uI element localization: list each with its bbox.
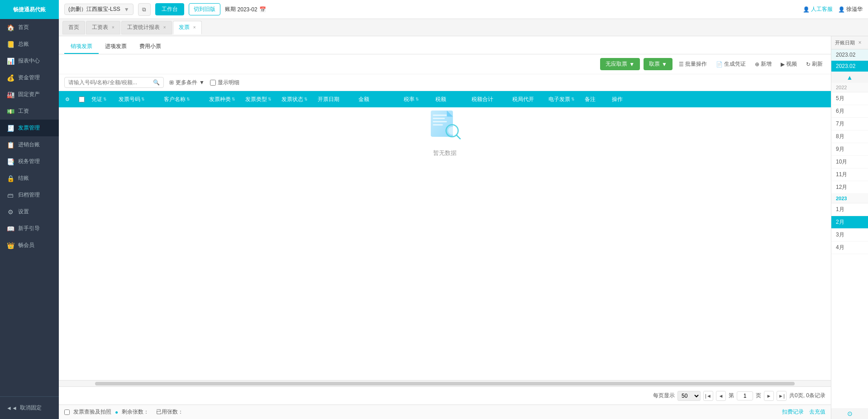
- period-item-2023-4[interactable]: 4月: [831, 241, 868, 254]
- tab-invoice-close[interactable]: ×: [193, 25, 196, 30]
- period-item-10[interactable]: 10月: [831, 156, 868, 169]
- user-service-btn[interactable]: 👤 人工客服: [803, 5, 833, 13]
- batch-ops-btn[interactable]: ☰ 批量操作: [676, 58, 710, 70]
- sidebar-collapse-btn[interactable]: ◄◄ 取消固定: [0, 400, 59, 415]
- next-page-btn[interactable]: ►: [764, 391, 774, 401]
- th-e-invoice: 电子发票 ⇅: [546, 96, 582, 103]
- workbench-button[interactable]: 工作台: [155, 3, 184, 15]
- show-detail-checkbox-label[interactable]: 显示明细: [210, 79, 239, 87]
- sidebar-item-member[interactable]: 👑 畅会员: [0, 237, 59, 254]
- sidebar-item-payroll[interactable]: 💵 工资: [0, 103, 59, 120]
- sub-tab-purchase[interactable]: 进项发票: [99, 40, 133, 54]
- sub-tabs: 销项发票 进项发票 费用小票: [59, 36, 831, 54]
- period-item-8[interactable]: 8月: [831, 130, 868, 143]
- switch-version-button[interactable]: 切到旧版: [189, 3, 220, 15]
- th-check[interactable]: [76, 96, 89, 102]
- period-item-2023-02-1[interactable]: 2023.02: [831, 49, 868, 61]
- tab-payroll[interactable]: 工资表 ×: [86, 21, 120, 34]
- period-item-11[interactable]: 11月: [831, 169, 868, 181]
- dot-icon: ●: [115, 409, 118, 415]
- sidebar-item-fixed[interactable]: 🏭 固定资产: [0, 86, 59, 103]
- period-item-9[interactable]: 9月: [831, 143, 868, 156]
- period-panel-close-btn[interactable]: ×: [855, 38, 864, 47]
- page-content: 销项发票 进项发票 费用小票 无应取票 ▼ 取票: [59, 36, 831, 419]
- sidebar-label-tax: 税务管理: [18, 158, 40, 165]
- sidebar-item-archive[interactable]: 🗃 归档管理: [0, 187, 59, 203]
- period-item-6[interactable]: 6月: [831, 105, 868, 118]
- tab-payroll-close[interactable]: ×: [112, 25, 114, 30]
- reports-icon: 📊: [6, 58, 14, 65]
- sidebar-item-invoice[interactable]: 🧾 发票管理: [0, 120, 59, 136]
- bottom-bar: 发票查验及拍照 ● 剩余张数： 已用张数： 扣费记录 去充值: [59, 405, 831, 419]
- tab-payroll-stats-close[interactable]: ×: [163, 25, 166, 30]
- tax-icon: 📑: [6, 158, 14, 165]
- horizontal-scrollbar[interactable]: [59, 380, 831, 386]
- sidebar-item-funds[interactable]: 💰 资金管理: [0, 69, 59, 86]
- gen-voucher-btn[interactable]: 📄 生成凭证: [713, 58, 749, 70]
- username-display[interactable]: 👤 徐溢华: [838, 5, 863, 13]
- empty-text: 暂无数据: [433, 149, 457, 157]
- sidebar-item-settings[interactable]: ⚙ 设置: [0, 203, 59, 220]
- sidebar-label-close: 结账: [18, 174, 29, 182]
- period-item-2023-1[interactable]: 1月: [831, 203, 868, 216]
- more-conditions-btn[interactable]: ⊞ 更多条件 ▼: [169, 79, 205, 87]
- sub-tab-expense[interactable]: 费用小票: [133, 40, 167, 54]
- page-size-label: 每页显示: [653, 392, 675, 400]
- sub-tab-sales-label: 销项发票: [71, 43, 92, 49]
- tab-home[interactable]: 首页: [62, 21, 85, 34]
- period-item-7[interactable]: 7月: [831, 118, 868, 130]
- period-item-2023-02-2[interactable]: 2023.02: [831, 61, 868, 72]
- tab-invoice[interactable]: 发票 ×: [173, 21, 202, 34]
- period-item-5[interactable]: 5月: [831, 92, 868, 105]
- batch-ops-label: 批量操作: [685, 60, 707, 68]
- sidebar-item-tax[interactable]: 📑 税务管理: [0, 153, 59, 170]
- sidebar-item-sales[interactable]: 📋 进销台账: [0, 136, 59, 153]
- last-page-btn[interactable]: ►|: [777, 391, 787, 401]
- th-settings[interactable]: ⚙: [62, 96, 76, 102]
- sidebar-item-ledger[interactable]: 📒 总账: [0, 36, 59, 53]
- sidebar-label-reports: 报表中心: [18, 57, 40, 65]
- video-icon: ▶: [781, 61, 785, 67]
- period-scroll-icon: ⊙: [847, 410, 853, 417]
- prev-page-btn[interactable]: ◄: [716, 391, 726, 401]
- main-area: (勿删）江西服宝-LSS ▼ ⧉ 工作台 切到旧版 账期 2023-02 📅 👤…: [59, 0, 868, 419]
- period-nav-up[interactable]: ▲: [831, 72, 868, 83]
- search-input[interactable]: [68, 79, 151, 86]
- sub-tab-sales[interactable]: 销项发票: [64, 40, 99, 54]
- page-size-select[interactable]: 10 20 50 100: [677, 391, 701, 401]
- sidebar-item-guide[interactable]: 📖 新手引导: [0, 220, 59, 237]
- buy-link[interactable]: 去充值: [809, 408, 825, 416]
- copy-btn[interactable]: ⧉: [138, 3, 151, 16]
- period-nav-down[interactable]: ⊙: [831, 408, 868, 419]
- sidebar-item-close[interactable]: 🔒 结账: [0, 170, 59, 187]
- refresh-btn[interactable]: ↻ 刷新: [803, 58, 825, 70]
- check-all-checkbox[interactable]: [79, 96, 85, 102]
- logo-text: 畅捷通易代账: [13, 6, 46, 14]
- th-voucher: 凭证 ⇅: [89, 96, 116, 103]
- video-btn[interactable]: ▶ 视频: [778, 58, 800, 70]
- period-item-12[interactable]: 12月: [831, 181, 868, 194]
- first-page-btn[interactable]: |◄: [703, 391, 713, 401]
- used-label: 已用张数：: [156, 408, 183, 416]
- invoice-verify-checkbox[interactable]: [64, 409, 70, 415]
- sidebar-item-home[interactable]: 🏠 首页: [0, 19, 59, 36]
- more-conditions-label: 更多条件: [176, 79, 197, 87]
- no-tax-btn[interactable]: 无应取票 ▼: [600, 58, 640, 70]
- no-tax-arrow-icon: ▼: [629, 61, 634, 67]
- table-body: 暂无数据: [59, 107, 831, 380]
- period-item-2023-2[interactable]: 2月: [831, 216, 868, 229]
- fee-record-link[interactable]: 扣费记录: [782, 408, 804, 416]
- tab-payroll-stats[interactable]: 工资统计报表 ×: [121, 21, 172, 34]
- sort-e-invoice-icon: ⇅: [571, 97, 575, 101]
- page-number-input[interactable]: [737, 391, 753, 400]
- svg-point-7: [448, 127, 456, 135]
- company-selector[interactable]: (勿删）江西服宝-LSS ▼: [64, 4, 134, 15]
- th-amount: 金额: [356, 96, 401, 103]
- tab-payroll-stats-label: 工资统计报表: [127, 24, 160, 31]
- sidebar-item-reports[interactable]: 📊 报表中心: [0, 53, 59, 69]
- take-invoice-btn[interactable]: 取票 ▼: [644, 58, 672, 70]
- new-btn[interactable]: ⊕ 新增: [752, 58, 774, 70]
- empty-illustration: [424, 107, 465, 144]
- show-detail-checkbox[interactable]: [210, 80, 216, 86]
- period-item-2023-3[interactable]: 3月: [831, 229, 868, 241]
